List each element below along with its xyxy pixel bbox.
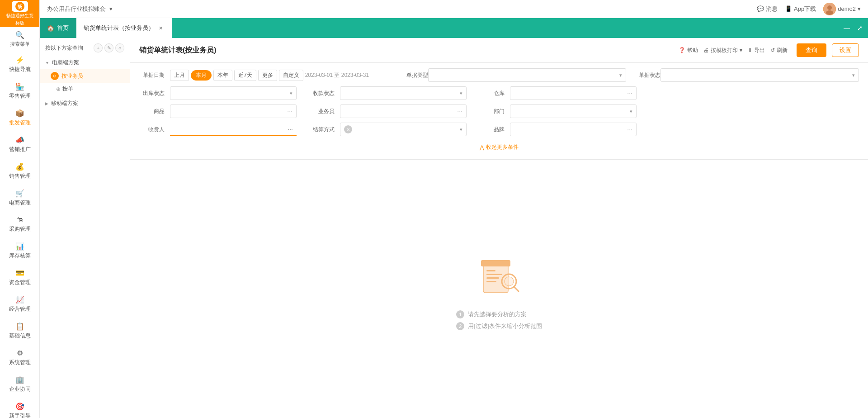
sidebar-item-basic[interactable]: 📋 基础信息 [0,318,39,344]
msg-btn[interactable]: 💬 消息 [757,5,778,13]
salesperson-more-icon[interactable]: ··· [457,108,462,115]
desktop-expand-icon: ▼ [45,61,49,65]
date-last7-btn[interactable]: 近7天 [234,70,256,81]
department-select[interactable]: ▾ [510,104,637,118]
consignee-input[interactable]: ··· [170,123,297,136]
refresh-btn[interactable]: ↺ 刷新 [770,47,788,54]
doc-type-dropdown-icon: ▾ [619,72,622,78]
panel-edit-btn[interactable]: ✎ [104,43,113,52]
warehouse-select[interactable]: ··· [510,86,637,100]
filter-row-3: 商品 ··· 业务员 ··· 部门 ▾ [139,104,859,118]
refresh-label: 刷新 [777,47,788,54]
logo-icon: 畅 [12,1,28,12]
goods-more-icon[interactable]: ··· [287,108,292,115]
retail-icon: 🏪 [15,82,24,91]
app-download-btn[interactable]: 📱 App下载 [785,5,816,13]
page-header-actions: ❓ 帮助 🖨 按模板打印 ▾ ⬆ 导出 ↺ 刷新 [679,43,859,57]
print-btn[interactable]: 🖨 按模板打印 ▾ [703,47,742,54]
panel-collapse-btn[interactable]: « [115,43,124,52]
sidebar-item-retail[interactable]: 🏪 零售管理 [0,78,39,104]
sidebar-item-finance[interactable]: 💳 资金管理 [0,264,39,291]
page-content: 按以下方案查询 + ✎ « ▼ 电脑端方案 ⊙ 按业务员 ⊕ [40,38,868,418]
svg-rect-8 [486,277,499,279]
empty-content: 1 请先选择要分析的方案 2 用[过滤]条件来缩小分析范围 [456,247,542,330]
sidebar-item-newbie[interactable]: 🎯 新手引导 [0,398,39,418]
settlement-select[interactable]: ✕ ▾ [340,123,467,136]
tab-maximize-btn[interactable]: ⤢ [855,23,864,33]
settlement-label: 结算方式 [309,126,335,133]
logo-text: 畅捷通好生意 [6,13,33,19]
export-icon: ⬆ [748,47,752,53]
sidebar-item-purchase[interactable]: 🛍 采购管理 [0,211,39,238]
sidebar-shortcut-label: 快捷导航 [9,66,31,73]
panel-add-btn[interactable]: + [94,43,103,52]
svg-rect-7 [486,274,502,275]
doc-status-select[interactable]: ▾ [660,68,859,82]
sidebar-item-ecommerce[interactable]: 🛒 电商管理 [0,185,39,211]
svg-point-3 [827,5,832,10]
sidebar-marketing-label: 营销推广 [9,146,31,153]
left-panel-actions: + ✎ « [94,43,124,52]
collapse-conditions-btn[interactable]: ⋀ 收起更多条件 [139,141,859,154]
sidebar-system-label: 系统管理 [9,359,31,366]
goods-select[interactable]: ··· [170,104,297,118]
sidebar-retail-label: 零售管理 [9,92,31,100]
svg-line-13 [514,287,519,291]
brand-select[interactable]: ··· [510,123,637,136]
content-area: 销货单统计表(按业务员) ❓ 帮助 🖨 按模板打印 ▾ ⬆ 导出 [130,38,868,418]
settings-btn[interactable]: 设置 [832,43,859,57]
settlement-clear-btn[interactable]: ✕ [344,125,352,133]
panel-mobile-title[interactable]: ▶ 移动端方案 [40,97,130,110]
panel-section-desktop: ▼ 电脑端方案 ⊙ 按业务员 ⊕ 按单 [40,56,130,95]
avatar [823,3,836,15]
sidebar-item-sales[interactable]: 💰 销售管理 [0,158,39,185]
department-dropdown-icon: ▾ [630,109,632,114]
doc-type-label: 单据类型 [403,71,428,79]
date-this-year-btn[interactable]: 本年 [213,70,232,81]
logo-subtitle: 标版 [15,20,24,26]
user-info[interactable]: demo2 ▾ [823,3,861,15]
consignee-more-icon[interactable]: ··· [288,125,293,133]
warehouse-more-icon[interactable]: ··· [627,90,632,97]
collapse-icon: ⋀ [480,144,484,151]
date-last-month-btn[interactable]: 上月 [170,70,189,81]
date-custom-btn[interactable]: 自定义 [279,70,303,81]
ecommerce-icon: 🛒 [15,189,24,198]
tab-sales-stat[interactable]: 销货单统计表（按业务员） ✕ [76,18,172,38]
sidebar-item-wholesale[interactable]: 📦 批发管理 [0,104,39,131]
salesperson-select[interactable]: ··· [340,104,467,118]
tab-close-btn[interactable]: ✕ [157,24,164,32]
sidebar-item-enterprise[interactable]: 🏢 企业协同 [0,371,39,398]
date-this-month-btn[interactable]: 本月 [191,70,212,81]
msg-icon: 💬 [757,5,764,12]
tab-minimize-btn[interactable]: — [842,23,852,33]
doc-type-select[interactable]: ▾ [428,68,627,82]
query-btn[interactable]: 查询 [797,43,826,57]
doc-status-filter: 单据状态 ▾ [635,68,859,82]
out-status-select[interactable]: ▾ [170,86,297,100]
tab-home[interactable]: 🏠 首页 [40,18,76,38]
sidebar-inventory-label: 库存核算 [9,252,31,260]
sidebar-item-operations[interactable]: 📈 经营管理 [0,291,39,318]
export-label: 导出 [754,47,765,54]
sidebar-menu: 🔍 搜索菜单 ⚡ 快捷导航 🏪 零售管理 📦 批发管理 📣 营销推广 💰 销售管… [0,27,39,418]
sidebar-item-system[interactable]: ⚙ 系统管理 [0,344,39,371]
brand-more-icon[interactable]: ··· [627,126,632,133]
help-btn[interactable]: ❓ 帮助 [679,47,698,54]
main-container: 办公用品行业模拟账套 ▾ 💬 消息 📱 App下载 demo2 ▾ 🏠 [40,0,868,418]
payment-status-select[interactable]: ▾ [340,86,467,100]
breadcrumb-dropdown[interactable]: ▾ [109,5,113,12]
payment-status-label: 收款状态 [309,90,335,97]
sidebar-search-item[interactable]: 🔍 搜索菜单 [0,27,39,51]
page-title: 销货单统计表(按业务员) [139,46,217,55]
sidebar-item-marketing[interactable]: 📣 营销推广 [0,131,39,158]
sidebar-item-inventory[interactable]: 📊 库存核算 [0,238,39,264]
date-more-btn[interactable]: 更多 [258,70,277,81]
sidebar-search-label: 搜索菜单 [10,41,30,48]
panel-subitem-by-order[interactable]: ⊕ 按单 [40,83,130,95]
export-btn[interactable]: ⬆ 导出 [748,47,765,54]
sidebar-item-shortcut[interactable]: ⚡ 快捷导航 [0,51,39,78]
panel-item-by-salesperson[interactable]: ⊙ 按业务员 [40,69,130,83]
consignee-text-input[interactable] [174,126,288,132]
panel-desktop-title[interactable]: ▼ 电脑端方案 [40,56,130,69]
